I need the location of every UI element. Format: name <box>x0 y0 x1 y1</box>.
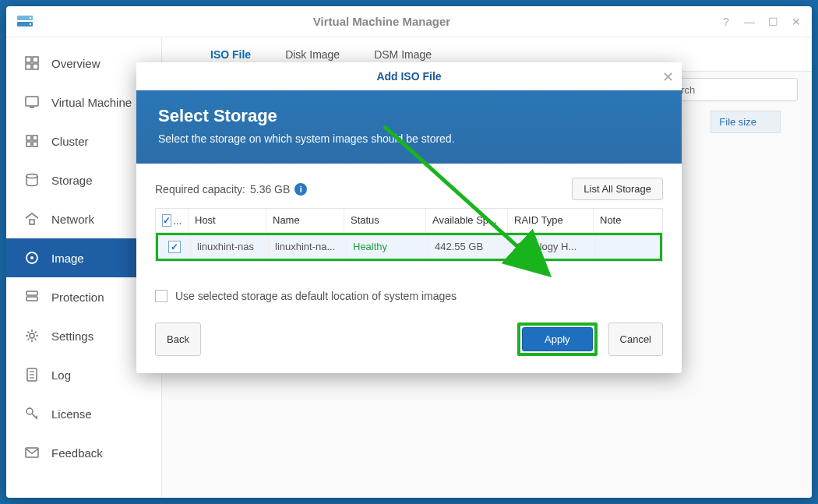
modal-titlebar: Add ISO File ✕ <box>136 62 682 90</box>
svg-point-17 <box>30 256 33 259</box>
gear-icon <box>23 327 41 344</box>
svg-point-3 <box>30 23 31 24</box>
svg-point-2 <box>30 16 31 18</box>
modal-add-iso: Add ISO File ✕ Select Storage Select the… <box>136 62 682 373</box>
header-name[interactable]: Name <box>266 209 344 232</box>
storage-table: ... Host Name Status Available Sp... RAI… <box>155 208 663 262</box>
default-checkbox-label: Use selected storage as default location… <box>175 290 457 302</box>
required-row: Required capacity: 5.36 GB i List All St… <box>155 178 663 200</box>
header-available[interactable]: Available Sp... <box>426 209 508 232</box>
overview-icon <box>23 55 41 72</box>
header-checkbox[interactable]: ... <box>156 209 189 232</box>
header-raid[interactable]: RAID Type <box>508 209 594 232</box>
cell-name: linuxhint-na... <box>269 235 347 259</box>
header-note[interactable]: Note <box>594 209 662 232</box>
modal-close-icon[interactable]: ✕ <box>662 69 674 86</box>
apply-highlight: Apply <box>517 322 598 356</box>
sidebar-item-license[interactable]: License <box>6 394 161 433</box>
sidebar-item-label: License <box>51 407 92 421</box>
modal-body: Required capacity: 5.36 GB i List All St… <box>136 164 682 268</box>
modal-title: Add ISO File <box>376 70 441 83</box>
modal-footer: Back Apply Cancel <box>136 312 682 373</box>
column-file-size[interactable]: File size <box>710 111 781 133</box>
sidebar-item-label: Log <box>51 368 71 382</box>
svg-rect-11 <box>33 136 37 140</box>
cluster-icon <box>23 132 41 150</box>
network-icon <box>23 210 41 227</box>
svg-rect-6 <box>26 64 31 69</box>
back-button[interactable]: Back <box>155 322 201 356</box>
svg-rect-4 <box>26 57 31 62</box>
row-checkbox[interactable] <box>168 241 181 253</box>
list-all-storage-button[interactable]: List All Storage <box>572 178 663 200</box>
sidebar-item-feedback[interactable]: Feedback <box>6 433 161 472</box>
apply-button[interactable]: Apply <box>522 327 593 351</box>
sidebar-item-label: Settings <box>51 330 93 343</box>
sidebar-item-label: Protection <box>51 291 104 304</box>
protection-icon <box>23 288 41 305</box>
cell-host: linuxhint-nas <box>191 235 269 259</box>
required-label: Required capacity: <box>155 183 245 196</box>
modal-banner: Select Storage Select the storage on whi… <box>136 90 682 164</box>
cell-status: Healthy <box>347 235 428 259</box>
svg-rect-7 <box>33 64 38 69</box>
close-icon[interactable]: ✕ <box>790 16 802 28</box>
titlebar: Virtual Machine Manager ? — ☐ ✕ <box>6 6 812 37</box>
maximize-icon[interactable]: ☐ <box>767 16 779 28</box>
app-icon <box>16 12 34 31</box>
log-icon <box>23 366 41 383</box>
required-value: 5.36 GB <box>250 183 290 196</box>
svg-rect-9 <box>30 107 34 108</box>
image-icon <box>23 249 41 266</box>
svg-rect-18 <box>26 291 37 295</box>
table-row[interactable]: linuxhint-nas linuxhint-na... Healthy 44… <box>156 233 662 261</box>
svg-rect-19 <box>26 297 37 301</box>
modal-subheading: Select the storage on which system image… <box>158 132 660 145</box>
storage-icon <box>23 171 41 189</box>
key-icon <box>23 405 41 422</box>
svg-point-14 <box>26 174 37 178</box>
mail-icon <box>23 444 41 461</box>
svg-rect-13 <box>33 142 37 146</box>
window-title: Virtual Machine Manager <box>44 15 720 28</box>
cell-available: 442.55 GB <box>428 235 510 259</box>
svg-rect-10 <box>26 136 31 140</box>
svg-rect-12 <box>26 142 31 146</box>
header-status[interactable]: Status <box>344 209 426 232</box>
sidebar-item-label: Feedback <box>51 446 103 460</box>
svg-rect-26 <box>26 448 38 457</box>
sidebar-item-label: Virtual Machine <box>51 96 132 109</box>
modal-heading: Select Storage <box>158 106 660 126</box>
svg-rect-8 <box>26 97 38 106</box>
window-controls: ? — ☐ ✕ <box>720 16 802 28</box>
sidebar-item-label: Storage <box>51 174 93 187</box>
help-icon[interactable]: ? <box>720 16 732 28</box>
sidebar-item-label: Image <box>51 252 84 265</box>
minimize-icon[interactable]: — <box>743 16 756 28</box>
header-host[interactable]: Host <box>189 209 266 232</box>
svg-rect-5 <box>33 57 38 62</box>
sidebar-item-label: Network <box>51 213 94 226</box>
svg-rect-15 <box>30 220 34 224</box>
cancel-button[interactable]: Cancel <box>608 322 663 356</box>
sidebar-item-label: Overview <box>51 57 100 70</box>
default-location-row: Use selected storage as default location… <box>136 268 682 312</box>
default-checkbox[interactable] <box>155 290 167 302</box>
svg-point-20 <box>30 333 34 338</box>
sidebar-item-label: Cluster <box>51 135 89 148</box>
svg-point-25 <box>26 408 33 414</box>
table-header: ... Host Name Status Available Sp... RAI… <box>156 209 662 233</box>
cell-raid: Synology H... <box>510 235 596 259</box>
info-icon[interactable]: i <box>294 183 307 196</box>
cell-note <box>596 235 660 259</box>
vm-icon <box>23 93 41 111</box>
